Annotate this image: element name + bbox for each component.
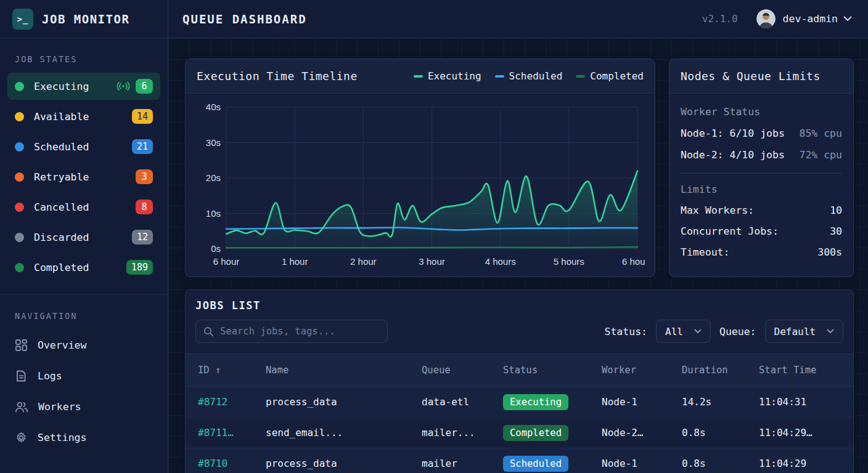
- sidebar-item-discarded[interactable]: Discarded 12: [7, 224, 160, 251]
- status-filter-select[interactable]: All: [656, 320, 711, 343]
- navigation-header: NAVIGATION: [15, 311, 160, 321]
- node-row-1: Node-1: 6/10 jobs 85% cpu: [681, 127, 842, 139]
- status-badge: Scheduled: [503, 456, 568, 472]
- node-name: Node-2:: [681, 149, 724, 161]
- search-box[interactable]: [195, 320, 388, 343]
- chevron-down-icon[interactable]: [843, 16, 852, 22]
- avatar[interactable]: [756, 9, 776, 28]
- search-input[interactable]: [220, 326, 374, 337]
- sidebar-item-logs[interactable]: Logs: [7, 360, 160, 391]
- nav-label: Logs: [38, 370, 62, 382]
- sidebar-item-executing[interactable]: Executing 6: [7, 73, 160, 100]
- nodes-divider: [681, 173, 842, 174]
- job-id-link[interactable]: #8712: [186, 396, 253, 408]
- sidebar-item-settings[interactable]: Settings: [7, 422, 160, 453]
- sidebar-item-completed[interactable]: Completed 189: [7, 254, 160, 281]
- status-dot: [15, 112, 24, 121]
- job-duration: 14.2s: [669, 396, 747, 408]
- status-badge: Completed: [503, 425, 568, 441]
- node-cpu: 85% cpu: [799, 127, 842, 139]
- svg-text:6 hours: 6 hours: [622, 256, 645, 267]
- timeline-title: Execution Time Timeline: [197, 70, 358, 83]
- status-dot: [15, 142, 24, 152]
- column-header-name[interactable]: Name: [253, 365, 409, 376]
- job-id-link[interactable]: #8710: [186, 458, 253, 469]
- chart-legend: Executing Scheduled Completed: [414, 70, 644, 82]
- legend-label: Scheduled: [509, 70, 563, 82]
- svg-text:30s: 30s: [206, 137, 221, 148]
- svg-text:4 hours: 4 hours: [485, 256, 516, 267]
- node-cpu: 72% cpu: [799, 149, 842, 161]
- live-broadcast-icon: [117, 82, 130, 91]
- jobs-table: ID ↑ Name Queue Status Worker Duration S…: [186, 354, 853, 473]
- jobs-list-title: JOBS LIST: [186, 299, 853, 312]
- sidebar-item-retryable[interactable]: Retryable 3: [7, 163, 160, 190]
- table-row[interactable]: #8711… send_email... mailer... Completed…: [186, 418, 853, 448]
- svg-text:6 hour: 6 hour: [213, 256, 240, 267]
- grid-icon: [15, 339, 28, 352]
- limit-value: 10: [830, 204, 842, 216]
- job-id-link[interactable]: #8711…: [186, 427, 253, 439]
- job-duration: 0.8s: [669, 458, 747, 469]
- status-dot: [15, 263, 24, 272]
- sidebar-item-scheduled[interactable]: Scheduled 21: [7, 133, 160, 160]
- column-header-id[interactable]: ID ↑: [186, 365, 253, 376]
- sidebar: JOB STATES Executing 6 Available 14 Sche…: [0, 38, 168, 473]
- main-content: Execution Time Timeline Executing Schedu…: [168, 38, 868, 473]
- sidebar-item-cancelled[interactable]: Cancelled 8: [7, 193, 160, 220]
- state-label: Discarded: [34, 232, 89, 243]
- column-header-duration[interactable]: Duration: [669, 365, 747, 376]
- chevron-down-icon: [827, 329, 834, 334]
- count-badge: 189: [126, 260, 153, 275]
- nav-label: Workers: [38, 401, 81, 413]
- state-label: Available: [34, 111, 89, 123]
- column-header-queue[interactable]: Queue: [409, 365, 491, 376]
- limit-label: Concurrent Jobs:: [681, 225, 779, 237]
- limit-value: 30: [830, 225, 842, 237]
- job-worker: Node-1: [589, 396, 669, 408]
- user-menu-label[interactable]: dev-admin: [783, 13, 838, 25]
- nav-label: Settings: [38, 432, 86, 443]
- state-label: Retryable: [34, 171, 89, 183]
- count-badge: 6: [136, 79, 153, 94]
- worker-status-header: Worker Status: [681, 106, 842, 118]
- gear-icon: [15, 431, 28, 444]
- table-row[interactable]: #8710 process_data mailer Scheduled Node…: [186, 448, 853, 473]
- queue-filter-select[interactable]: Default: [765, 320, 843, 343]
- column-header-start-time[interactable]: Start Time: [747, 365, 853, 376]
- count-badge: 3: [136, 169, 153, 184]
- status-dot: [15, 172, 24, 182]
- sidebar-item-available[interactable]: Available 14: [7, 103, 160, 130]
- legend-label: Completed: [590, 70, 644, 82]
- table-row[interactable]: #8712 process_data data-etl Executing No…: [186, 387, 853, 418]
- count-badge: 12: [132, 230, 153, 245]
- status-filter-value: All: [665, 326, 683, 338]
- legend-label: Executing: [428, 70, 481, 82]
- sidebar-item-workers[interactable]: Workers: [7, 391, 160, 422]
- top-bar: >_ JOB MONITOR QUEUE DASHBOARD v2.1.0 de…: [0, 0, 868, 38]
- avatar-image: [756, 9, 776, 28]
- count-badge: 21: [132, 139, 153, 154]
- sidebar-item-overview[interactable]: Overview: [7, 329, 160, 360]
- limits-header: Limits: [681, 184, 842, 195]
- status-badge: Executing: [503, 394, 568, 410]
- job-queue: data-etl: [409, 396, 491, 408]
- legend-item-scheduled: Scheduled: [495, 70, 563, 82]
- job-start-time: 11:04:31: [747, 396, 853, 408]
- column-header-worker[interactable]: Worker: [589, 365, 669, 376]
- svg-text:3 hour: 3 hour: [419, 256, 445, 267]
- jobs-list-panel: JOBS LIST Status: All: [185, 289, 854, 473]
- sidebar-divider: [0, 294, 168, 295]
- legend-swatch: [414, 75, 423, 78]
- svg-text:2 hour: 2 hour: [350, 256, 377, 267]
- node-jobs: 4/10 jobs: [724, 149, 785, 161]
- page-title: QUEUE DASHBOARD: [182, 12, 307, 26]
- chevron-down-icon: [694, 329, 702, 334]
- job-name: process_data: [253, 396, 409, 408]
- svg-text:20s: 20s: [206, 172, 221, 183]
- column-header-status[interactable]: Status: [491, 365, 589, 376]
- nodes-panel: Nodes & Queue Limits Worker Status Node-…: [669, 59, 854, 277]
- terminal-logo-icon: >_: [12, 9, 33, 30]
- node-row-2: Node-2: 4/10 jobs 72% cpu: [681, 149, 842, 161]
- status-filter-label: Status:: [605, 326, 648, 338]
